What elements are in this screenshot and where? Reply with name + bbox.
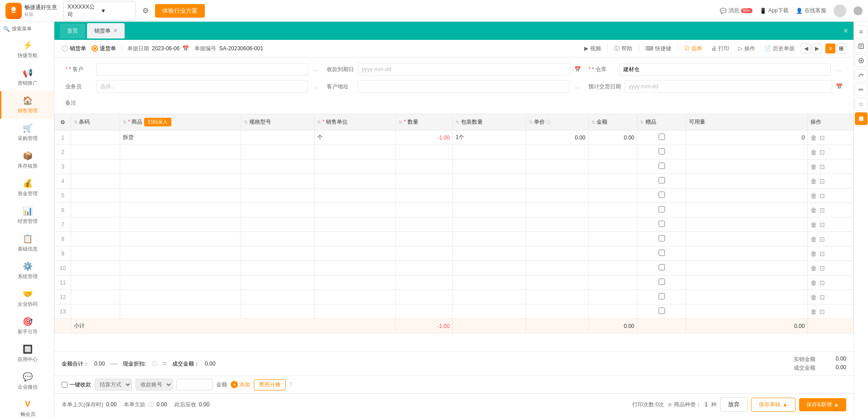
sidebar-item-basic[interactable]: 📋 基础信息 (0, 229, 54, 257)
delete-icon[interactable]: 🗑 (810, 163, 817, 170)
row-unit[interactable]: 个 (314, 130, 395, 145)
gift-checkbox[interactable] (659, 192, 665, 198)
sidebar-item-quick-nav[interactable]: ⚡ 快捷导航 (0, 36, 54, 63)
action-history[interactable]: 📄 历史单据 (761, 44, 797, 53)
sidebar-item-marketing[interactable]: 📢 营销推广 (0, 63, 54, 91)
gift-checkbox[interactable] (659, 235, 665, 241)
account-select[interactable]: 收款账号 (136, 379, 173, 390)
salesperson-dots[interactable]: ... (311, 83, 320, 90)
delete-icon[interactable]: 🗑 (810, 221, 817, 228)
customer-input[interactable] (96, 63, 308, 76)
discard-button[interactable]: 放弃 (720, 397, 747, 412)
expected-delivery-calendar[interactable]: 📅 (836, 83, 843, 90)
sidebar-item-enterprise[interactable]: 🤝 企业协同 (0, 284, 54, 312)
delete-icon[interactable]: 🗑 (810, 294, 817, 301)
gift-checkbox[interactable] (659, 308, 665, 314)
rp-btn-4[interactable] (855, 69, 868, 82)
tab-close-icon[interactable]: × (113, 27, 117, 35)
copy-icon[interactable]: ⊡ (820, 134, 825, 141)
action-print[interactable]: 🖨 打印 (708, 44, 732, 53)
rp-btn-7[interactable] (855, 112, 868, 125)
action-operation[interactable]: ▷ 操作 (736, 44, 758, 53)
settings-icon-btn[interactable]: ⚙ (140, 5, 151, 16)
settlement-select[interactable]: 结算方式 (95, 379, 132, 390)
salesperson-input[interactable]: 选择... (96, 80, 308, 93)
gift-checkbox[interactable] (659, 148, 665, 154)
row-qty[interactable]: -1.00 (396, 130, 453, 145)
action-select[interactable]: ☑ 选单 (682, 44, 705, 53)
delete-icon[interactable]: 🗑 (810, 250, 817, 257)
sidebar-item-membership[interactable]: V 畅会员 (0, 395, 54, 419)
gift-checkbox[interactable] (659, 250, 665, 256)
sidebar-item-appstore[interactable]: 🔲 应用中心 (0, 340, 54, 367)
save-draft-button[interactable]: 保存草稿 ▲ (751, 398, 795, 412)
row-gift[interactable] (637, 130, 686, 145)
gift-checkbox[interactable] (659, 206, 665, 212)
row-product[interactable]: 拆货 (120, 130, 241, 145)
copy-icon[interactable]: ⊡ (820, 236, 825, 243)
save-new-button[interactable]: 保存&新增 ▲ (799, 398, 846, 411)
row-barcode[interactable] (71, 130, 120, 145)
delete-icon[interactable]: 🗑 (810, 265, 817, 272)
sidebar-item-system[interactable]: ⚙️ 系统管理 (0, 257, 54, 284)
sidebar-search[interactable]: 🔍 搜索菜单 (0, 22, 54, 36)
copy-icon[interactable]: ⊡ (820, 279, 825, 286)
warehouse-dots[interactable]: ... (834, 66, 843, 72)
sidebar-item-purchase[interactable]: 🛒 采购管理 (0, 119, 54, 146)
row-price[interactable]: 0.00 (526, 130, 588, 145)
payment-due-input[interactable]: yyyy-mm-dd (358, 63, 571, 76)
delete-icon[interactable]: 🗑 (810, 134, 817, 141)
customer-address-dots[interactable]: ... (573, 83, 581, 90)
prev-arrow[interactable]: ◀ (801, 43, 811, 53)
tab-sales-order[interactable]: 销货单 × (87, 23, 125, 39)
copy-icon[interactable]: ⊡ (820, 149, 825, 156)
rp-btn-2[interactable] (855, 40, 868, 53)
trial-button[interactable]: 体验行业方案 (155, 4, 205, 18)
message-btn[interactable]: 💬 消息 99+ (720, 7, 752, 14)
calendar-icon[interactable]: 📅 (182, 45, 189, 52)
delete-icon[interactable]: 🗑 (810, 178, 817, 185)
gift-checkbox[interactable] (659, 177, 665, 183)
expected-delivery-input[interactable]: yyyy-mm-dd (625, 80, 832, 93)
next-arrow[interactable]: ▶ (812, 43, 822, 53)
delete-icon[interactable]: 🗑 (810, 236, 817, 243)
row-spec[interactable] (241, 130, 315, 145)
tab-home[interactable]: 首页 (60, 24, 85, 39)
copy-icon[interactable]: ⊡ (820, 192, 825, 199)
row-pkg-qty[interactable]: 1个 (453, 130, 526, 145)
payment-due-calendar[interactable]: 📅 (574, 66, 581, 72)
company-selector[interactable]: XXXXXX公司 ▼ (63, 1, 136, 21)
user-avatar[interactable] (834, 5, 846, 17)
delete-icon[interactable]: 🗑 (810, 192, 817, 199)
fee-button[interactable]: 费用分摊 (254, 379, 286, 390)
rp-btn-3[interactable] (855, 54, 868, 67)
one-click-payment[interactable]: 一键收款 (62, 381, 91, 389)
list-view-btn[interactable]: ≡ (825, 43, 835, 53)
add-btn[interactable]: + 添加 (231, 381, 250, 389)
gift-checkbox[interactable] (659, 221, 665, 227)
gift-checkbox[interactable] (659, 134, 665, 140)
copy-icon[interactable]: ⊡ (820, 250, 825, 257)
sidebar-item-wechat[interactable]: 💬 企业微信 (0, 367, 54, 395)
gift-checkbox[interactable] (659, 264, 665, 270)
copy-icon[interactable]: ⊡ (820, 265, 825, 272)
col-gear[interactable]: ⚙ (55, 114, 71, 130)
copy-icon[interactable]: ⊡ (820, 163, 825, 170)
radio-return[interactable]: 退货单 (92, 45, 116, 53)
row-amount[interactable]: 0.00 (588, 130, 637, 145)
gift-checkbox[interactable] (659, 163, 665, 169)
sidebar-item-inventory[interactable]: 📦 库存核算 (0, 146, 54, 174)
gift-checkbox[interactable] (659, 293, 665, 299)
delete-icon[interactable]: 🗑 (810, 308, 817, 315)
scan-button[interactable]: 扫码录入 (144, 118, 171, 126)
sidebar-item-sales[interactable]: 🏠 销售管理 (0, 91, 54, 119)
close-all-tabs[interactable]: × (843, 26, 848, 35)
delete-icon[interactable]: 🗑 (810, 149, 817, 156)
copy-icon[interactable]: ⊡ (820, 178, 825, 185)
one-click-checkbox[interactable] (62, 382, 68, 388)
copy-icon[interactable]: ⊡ (820, 308, 825, 315)
sidebar-item-operations[interactable]: 📊 经营管理 (0, 202, 54, 229)
customer-dots[interactable]: ... (311, 66, 320, 72)
action-help[interactable]: ⓘ 帮助 (611, 44, 635, 53)
sidebar-item-finance[interactable]: 💰 资金管理 (0, 174, 54, 202)
